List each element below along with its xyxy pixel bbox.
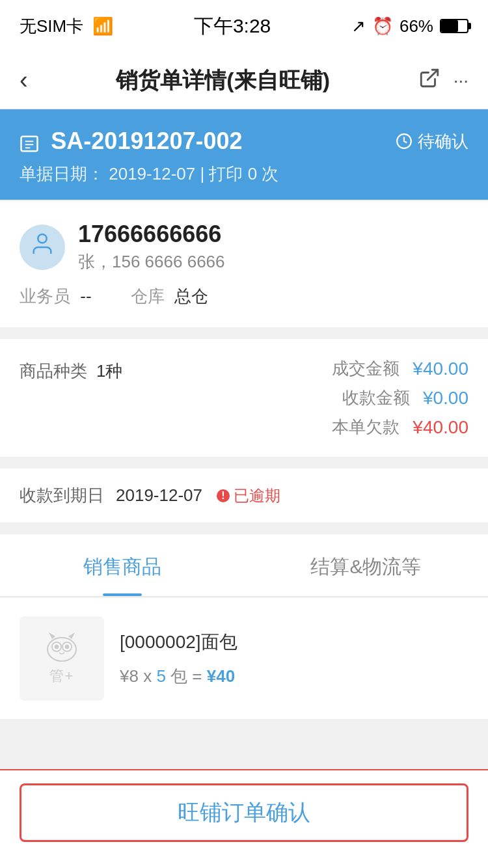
product-thumb-inner: 管+ [42,631,81,686]
alarm-icon: ⏰ [372,16,393,36]
battery-icon [440,19,468,33]
location-icon: ↗ [351,16,366,36]
status-time: 下午3:28 [194,13,271,40]
header-card: SA-20191207-002 待确认 单据日期： 2019-12-07 | 打… [0,109,488,200]
order-number: SA-20191207-002 [20,128,243,155]
svg-point-10 [55,645,59,649]
summary-section: 商品种类 1种 成交金额 ¥40.00 收款金额 ¥0.00 本单欠款 ¥40.… [0,339,488,457]
share-icon[interactable] [418,67,441,94]
order-status: 待确认 [396,130,468,153]
tab-underline [103,593,142,596]
header-card-top: SA-20191207-002 待确认 [20,128,468,155]
tabs-section: 销售商品 结算&物流等 [0,534,488,597]
product-thumbnail: 管+ [20,616,104,701]
overdue-icon: ! [217,489,230,502]
svg-marker-13 [68,632,75,639]
more-button[interactable]: ··· [454,70,468,91]
back-button[interactable]: ‹ [20,66,28,94]
avatar-icon [29,231,55,263]
arrears-row: 本单欠款 ¥40.00 [332,416,468,439]
received-row: 收款金额 ¥0.00 [342,387,468,409]
status-left: 无SIM卡 📶 [20,15,113,38]
svg-rect-1 [21,137,38,152]
page-title: 销货单详情(来自旺铺) [116,66,330,96]
product-price: ¥8 x 5 包 = ¥40 [120,665,468,688]
svg-point-7 [47,638,76,661]
product-info: [0000002]面包 ¥8 x 5 包 = ¥40 [120,630,468,688]
customer-section: 17666666666 张，156 6666 6666 业务员 -- 仓库 总仓 [0,201,488,327]
svg-point-6 [38,234,46,243]
nav-bar: ‹ 销货单详情(来自旺铺) ··· [0,52,488,109]
product-qty: 5 [156,666,165,686]
status-right: ↗ ⏰ 66% [351,16,468,36]
warehouse-meta: 仓库 总仓 [131,285,208,308]
status-bar: 无SIM卡 📶 下午3:28 ↗ ⏰ 66% [0,0,488,52]
order-date: 单据日期： 2019-12-07 | 打印 0 次 [20,163,468,185]
tab-products[interactable]: 销售商品 [0,534,244,596]
nav-actions: ··· [418,67,468,94]
due-date: 2019-12-07 [116,485,202,506]
battery-label: 66% [400,16,433,36]
svg-marker-12 [49,632,55,639]
due-section: 收款到期日 2019-12-07 ! 已逾期 [0,468,488,522]
svg-line-0 [427,70,438,80]
carrier-label: 无SIM卡 [20,15,83,38]
product-name: [0000002]面包 [120,630,468,655]
status-text: 待确认 [418,130,468,153]
product-type: 商品种类 1种 [20,360,122,383]
svg-point-11 [65,645,70,649]
customer-sub-info: 张，156 6666 6666 [78,251,225,273]
confirm-order-button[interactable]: 旺铺订单确认 [20,783,468,842]
due-label: 收款到期日 [20,484,104,507]
product-total: ¥40 [207,666,235,686]
product-section: 管+ [0000002]面包 ¥8 x 5 包 = ¥40 [0,598,488,719]
wifi-icon: 📶 [92,16,113,36]
tab-settlement[interactable]: 结算&物流等 [244,534,488,596]
customer-phone: 17666666666 [78,221,225,248]
product-item: 管+ [0000002]面包 ¥8 x 5 包 = ¥40 [0,598,488,719]
overdue-badge: ! 已逾期 [217,485,280,506]
customer-name-block: 17666666666 张，156 6666 6666 [78,221,225,273]
amount-summary: 成交金额 ¥40.00 收款金额 ¥0.00 本单欠款 ¥40.00 [332,357,468,439]
overdue-text: 已逾期 [234,485,280,506]
transaction-row: 成交金额 ¥40.00 [332,357,468,380]
salesman-meta: 业务员 -- [20,285,92,308]
avatar [20,224,65,270]
customer-top: 17666666666 张，156 6666 6666 [20,221,468,273]
bottom-bar: 旺铺订单确认 [0,769,488,868]
customer-meta: 业务员 -- 仓库 总仓 [20,285,468,308]
